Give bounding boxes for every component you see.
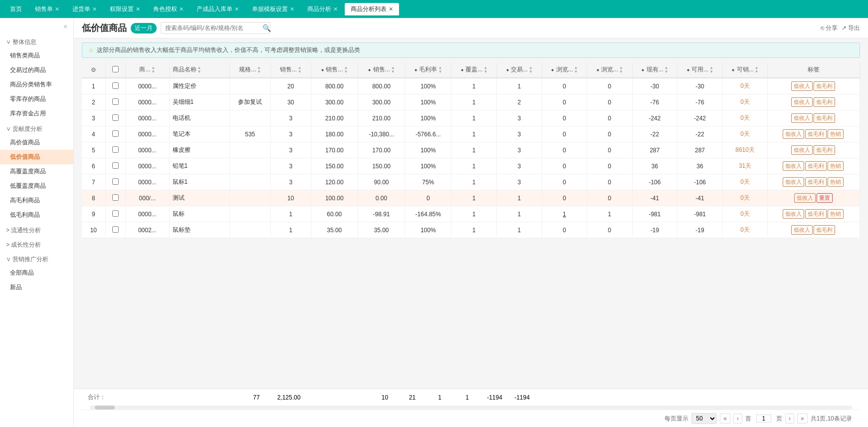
row-checkbox-cell[interactable] bbox=[105, 174, 125, 190]
last-page-button[interactable]: » bbox=[797, 414, 808, 424]
tag-badge: 低收入 bbox=[791, 113, 813, 123]
nav-sales[interactable]: 销售单 ✕ bbox=[29, 3, 65, 15]
sidebar-group-growth[interactable]: > 成长性分析 bbox=[0, 237, 73, 251]
th-spec: 规格...▲▼ bbox=[229, 62, 270, 78]
th-checkbox[interactable] bbox=[105, 62, 125, 78]
row-trade: 3 bbox=[496, 158, 542, 174]
close-icon[interactable]: ✕ bbox=[136, 6, 140, 12]
row-code: 0000... bbox=[126, 78, 170, 94]
sidebar-item-low-coverage[interactable]: 低覆盖度商品 bbox=[0, 179, 73, 193]
row-checkbox[interactable] bbox=[112, 82, 119, 89]
sidebar-item-traded-products[interactable]: 交易过的商品 bbox=[0, 63, 73, 77]
row-sale-price: 210.00 bbox=[311, 110, 358, 126]
select-all-checkbox[interactable] bbox=[112, 66, 119, 72]
nav-products[interactable]: 产成品入库单 ✕ bbox=[191, 3, 245, 15]
row-checkbox-cell[interactable] bbox=[105, 206, 125, 222]
prev-page-button[interactable]: ‹ bbox=[733, 414, 742, 424]
nav-purchase[interactable]: 进货单 ✕ bbox=[66, 3, 103, 15]
close-icon[interactable]: ✕ bbox=[333, 6, 338, 12]
row-coverage: 1 bbox=[451, 110, 497, 126]
row-checkbox[interactable] bbox=[112, 178, 119, 185]
sidebar-group-marketing[interactable]: ∨ 营销推广分析 bbox=[0, 251, 73, 266]
browse-link[interactable]: 1 bbox=[563, 211, 566, 218]
search-icon[interactable]: 🔍 bbox=[262, 24, 271, 32]
sidebar-item-high-value[interactable]: 高价值商品 bbox=[0, 135, 73, 150]
days-badge: 8610天 bbox=[735, 146, 755, 153]
close-icon[interactable]: ✕ bbox=[92, 6, 97, 12]
sort-icons: ▲▼ bbox=[257, 66, 261, 74]
close-icon[interactable]: ✕ bbox=[179, 6, 184, 12]
nav-goods-analysis-list[interactable]: 商品分析列表 ✕ bbox=[345, 3, 399, 15]
search-input[interactable] bbox=[161, 22, 270, 34]
nav-permissions[interactable]: 权限设置 ✕ bbox=[104, 3, 146, 15]
row-name: 橡皮擦 bbox=[169, 142, 229, 158]
row-checkbox-cell[interactable] bbox=[105, 78, 125, 94]
row-stock2: 36 bbox=[677, 158, 723, 174]
row-gross-rate: 100% bbox=[405, 158, 451, 174]
close-icon[interactable]: ✕ bbox=[234, 6, 239, 12]
sidebar-item-low-margin[interactable]: 低毛利商品 bbox=[0, 208, 73, 222]
row-checkbox-cell[interactable] bbox=[105, 222, 125, 238]
close-icon[interactable]: ✕ bbox=[290, 6, 294, 12]
row-checkbox-cell[interactable] bbox=[105, 126, 125, 142]
browse-value: 0 bbox=[563, 227, 566, 234]
date-filter-badge[interactable]: 近一月 bbox=[131, 23, 157, 33]
row-checkbox-cell[interactable] bbox=[105, 94, 125, 110]
collapse-button[interactable]: « bbox=[61, 20, 69, 32]
sidebar-group-circulation[interactable]: > 流通性分析 bbox=[0, 222, 73, 237]
browse-value: 0 bbox=[563, 99, 566, 106]
row-code: 0000... bbox=[126, 110, 170, 126]
sidebar-group-overall[interactable]: ∨ 整体信息 bbox=[0, 34, 73, 48]
sidebar-item-sales-products[interactable]: 销售类商品 bbox=[0, 48, 73, 63]
row-checkbox[interactable] bbox=[112, 114, 119, 121]
th-gross-rate: ⬥ 毛利率▲▼ bbox=[405, 62, 451, 78]
row-checkbox[interactable] bbox=[112, 130, 119, 137]
settings-icon[interactable]: ⚙ bbox=[91, 66, 96, 73]
sidebar-item-low-value[interactable]: 低价值商品 bbox=[0, 150, 73, 164]
nav-home[interactable]: 首页 bbox=[4, 3, 28, 15]
row-days: 0天 bbox=[722, 206, 768, 222]
row-sale-amount: 150.00 bbox=[358, 158, 405, 174]
row-gross-rate: 100% bbox=[405, 78, 451, 94]
horizontal-scrollbar[interactable] bbox=[90, 406, 852, 410]
sidebar-group-contribution[interactable]: ∨ 贡献度分析 bbox=[0, 121, 73, 135]
th-settings[interactable]: ⚙ bbox=[82, 62, 105, 78]
row-checkbox[interactable] bbox=[112, 162, 119, 169]
nav-template[interactable]: 单据模板设置 ✕ bbox=[246, 3, 300, 15]
row-checkbox[interactable] bbox=[112, 98, 119, 105]
row-checkbox-cell[interactable] bbox=[105, 142, 125, 158]
next-page-button[interactable]: › bbox=[785, 414, 794, 424]
row-checkbox[interactable] bbox=[112, 194, 119, 201]
row-checkbox-cell[interactable] bbox=[105, 110, 125, 126]
close-icon[interactable]: ✕ bbox=[389, 6, 393, 12]
nav-goods-analysis[interactable]: 商品分析 ✕ bbox=[301, 3, 344, 15]
sidebar-item-stock-capital[interactable]: 库存资金占用 bbox=[0, 106, 73, 121]
export-button[interactable]: ↗ 导出 bbox=[842, 24, 860, 32]
sidebar-item-category-sales[interactable]: 商品分类销售率 bbox=[0, 77, 73, 92]
page-size-select[interactable]: 50 100 bbox=[691, 413, 717, 424]
close-icon[interactable]: ✕ bbox=[55, 6, 59, 12]
sidebar-item-high-margin[interactable]: 高毛利商品 bbox=[0, 193, 73, 208]
sort-icons: ▲▼ bbox=[198, 66, 202, 74]
sidebar-item-high-coverage[interactable]: 高覆盖度商品 bbox=[0, 164, 73, 179]
scrollbar-thumb[interactable] bbox=[95, 406, 115, 410]
row-stock1: -41 bbox=[632, 190, 677, 206]
nav-roles[interactable]: 角色授权 ✕ bbox=[147, 3, 190, 15]
row-checkbox-cell[interactable] bbox=[105, 190, 125, 206]
header-actions: ⎋ 分享 ↗ 导出 bbox=[821, 24, 860, 32]
first-page-button[interactable]: « bbox=[720, 414, 730, 424]
row-checkbox-cell[interactable] bbox=[105, 158, 125, 174]
sidebar-item-all-products[interactable]: 全部商品 bbox=[0, 266, 73, 280]
sidebar-item-new-products[interactable]: 新品 bbox=[0, 280, 73, 295]
page-input[interactable] bbox=[756, 415, 771, 423]
row-checkbox[interactable] bbox=[112, 146, 119, 153]
share-button[interactable]: ⎋ 分享 bbox=[821, 24, 838, 32]
row-checkbox[interactable] bbox=[112, 226, 119, 233]
row-checkbox[interactable] bbox=[112, 210, 119, 217]
row-days: 0天 bbox=[722, 126, 768, 142]
row-days: 0天 bbox=[722, 94, 768, 110]
row-gross-rate: 100% bbox=[405, 222, 451, 238]
table-container[interactable]: ⚙ 商...▲▼ 商品名称▲▼ 规格...▲▼ bbox=[74, 60, 868, 389]
sidebar-item-zero-stock[interactable]: 零库存的商品 bbox=[0, 92, 73, 106]
row-stock2: -22 bbox=[677, 126, 723, 142]
